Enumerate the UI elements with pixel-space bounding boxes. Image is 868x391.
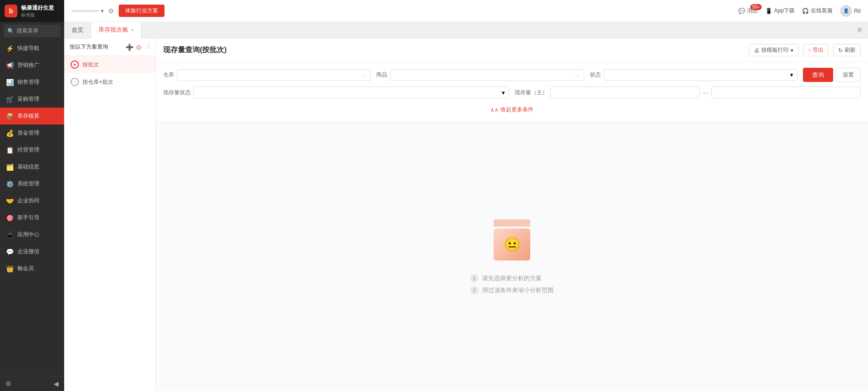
- finance-icon: 💰: [5, 130, 14, 137]
- empty-hint-1: 1 请先选择要分析的方案: [470, 274, 554, 282]
- warehouse-more-icon[interactable]: ...: [363, 72, 367, 78]
- template-print-button[interactable]: 🖨 按模板打印 ▾: [749, 44, 798, 56]
- query-button[interactable]: 查询: [803, 68, 833, 82]
- sidebar-nav: ⚡ 快捷导航 📢 营销推广 📊 销售管理 🛒 采购管理 📦 库存核算 💰 资金管…: [0, 40, 64, 376]
- collapse-label: 收起更多条件: [500, 106, 533, 114]
- user-menu[interactable]: 👤 Rit: [840, 5, 861, 17]
- refresh-icon: ↻: [838, 47, 843, 54]
- sidebar-item-member[interactable]: 👑 畅会员: [0, 260, 64, 277]
- box-lid: [494, 219, 530, 227]
- collapse-sidebar-icon[interactable]: ◀: [54, 380, 59, 387]
- export-icon: ↑: [808, 47, 811, 54]
- content-header: 现存量查询(按批次) 🖨 按模板打印 ▾ ↑ 导出 ↻ 刷新: [156, 38, 868, 62]
- template-dropdown-icon[interactable]: ▾: [791, 47, 793, 54]
- app-download-button[interactable]: 📱 App下载: [765, 7, 795, 15]
- messages-button[interactable]: 💬 消息 99+: [738, 7, 758, 15]
- sidebar-item-operation[interactable]: 📋 经营管理: [0, 141, 64, 158]
- search-menu[interactable]: 🔍 搜索菜单: [4, 25, 60, 37]
- inventory-icon: 📦: [5, 113, 14, 120]
- stock-qty-to-wrap[interactable]: [711, 87, 861, 98]
- empty-box-wrap: 😐: [489, 219, 535, 265]
- stock-status-select-wrap[interactable]: ▾: [193, 87, 509, 98]
- sidebar-item-label: 畅会员: [17, 265, 34, 272]
- sidebar-title: 畅康通好生意 标准版: [21, 4, 54, 18]
- sidebar: b 畅康通好生意 标准版 🔍 搜索菜单 ⚡ 快捷导航 📢 营销推广 📊 销售管理…: [0, 0, 64, 391]
- product-input-wrap[interactable]: ...: [390, 69, 584, 81]
- system-icon: ⚙️: [5, 180, 14, 188]
- sidebar-item-finance[interactable]: 💰 资金管理: [0, 125, 64, 141]
- sidebar-item-label: 采购管理: [17, 95, 39, 103]
- refresh-label: 刷新: [845, 46, 856, 54]
- online-service-button[interactable]: 🎧 在线客服: [802, 7, 833, 15]
- topbar: ▾ ⚙ 体验行业方案 💬 消息 99+ 📱 App下载 🎧 在线客服 👤: [64, 0, 868, 22]
- settings-footer-icon[interactable]: ⚙: [5, 380, 11, 387]
- sidebar-item-label: 销售管理: [17, 78, 39, 86]
- stock-qty-from-wrap[interactable]: [550, 87, 700, 98]
- tab-home[interactable]: 首页: [64, 22, 91, 38]
- message-icon: 💬: [738, 8, 745, 14]
- topbar-right: 💬 消息 99+ 📱 App下载 🎧 在线客服 👤 Rit: [738, 5, 861, 17]
- product-label: 商品: [376, 71, 387, 79]
- hint-text-1: 请先选择要分析的方案: [482, 274, 542, 282]
- operation-icon: 📋: [5, 147, 14, 154]
- product-input[interactable]: [394, 70, 576, 81]
- filter-settings-icon[interactable]: ⊙: [136, 43, 142, 51]
- sidebar-item-enterprise[interactable]: 🤝 企业协同: [0, 192, 64, 209]
- filter-collapse-icon[interactable]: 《: [144, 43, 150, 51]
- sidebar-item-inventory[interactable]: 📦 库存核算: [0, 108, 64, 125]
- empty-illustration: 😐: [489, 219, 535, 265]
- status-select-wrap[interactable]: ▾: [604, 69, 797, 81]
- trial-btn[interactable]: 体验行业方案: [119, 5, 165, 17]
- purchase-icon: 🛒: [5, 96, 14, 103]
- settings-button[interactable]: 设置: [836, 68, 861, 82]
- filter-item-batch[interactable]: ● 按批次: [64, 56, 155, 73]
- warehouse-input[interactable]: [181, 70, 363, 81]
- query-actions: 查询 设置: [803, 68, 861, 82]
- stock-qty-to[interactable]: [715, 87, 857, 98]
- sidebar-item-purchase[interactable]: 🛒 采购管理: [0, 91, 64, 108]
- tab-inventory-batch[interactable]: 库存批次账 ×: [91, 22, 142, 38]
- app-name: 畅康通好生意: [21, 4, 54, 12]
- add-filter-icon[interactable]: ➕: [126, 43, 133, 51]
- stock-status-dropdown-icon: ▾: [502, 89, 505, 96]
- apps-icon: 📱: [5, 231, 14, 239]
- tab-close-icon[interactable]: ×: [131, 27, 134, 33]
- sidebar-item-label: 新手引导: [17, 214, 39, 222]
- filter-item-warehouse-batch[interactable]: ○ 按仓库+批次: [64, 73, 155, 91]
- sidebar-item-basic[interactable]: 🗂️ 基础信息: [0, 158, 64, 175]
- status-field: 状态 ▾: [590, 69, 797, 81]
- collapse-more-conditions[interactable]: ∧∧ 收起更多条件: [163, 103, 861, 116]
- sidebar-item-sales[interactable]: 📊 销售管理: [0, 74, 64, 91]
- tab-home-label: 首页: [71, 26, 83, 34]
- sales-icon: 📊: [5, 79, 14, 86]
- warehouse-input-wrap[interactable]: ...: [177, 69, 371, 81]
- topbar-left: ▾ ⚙ 体验行业方案: [71, 5, 165, 17]
- filter-item-label-warehouse: 按仓库+批次: [82, 78, 113, 86]
- refresh-button[interactable]: ↻ 刷新: [833, 44, 861, 56]
- sidebar-item-label: 应用中心: [17, 231, 39, 239]
- sidebar-item-apps[interactable]: 📱 应用中心: [0, 226, 64, 243]
- sidebar-item-marketing[interactable]: 📢 营销推广: [0, 57, 64, 74]
- main-wrap: ▾ ⚙ 体验行业方案 💬 消息 99+ 📱 App下载 🎧 在线客服 👤: [64, 0, 868, 391]
- sidebar-item-guide[interactable]: 🎯 新手引导: [0, 209, 64, 226]
- app-version: 标准版: [21, 12, 54, 18]
- avatar-initial: 👤: [843, 8, 849, 13]
- sidebar-item-label: 系统管理: [17, 180, 39, 188]
- panel-close-button[interactable]: ✕: [851, 26, 868, 34]
- warehouse-field: 仓库 ...: [163, 69, 371, 81]
- sidebar-item-wechat[interactable]: 💬 企业微信: [0, 243, 64, 260]
- settings-gear-icon[interactable]: ⚙: [108, 7, 114, 15]
- warehouse-label: 仓库: [163, 71, 174, 79]
- stock-qty-from[interactable]: [555, 87, 696, 98]
- sidebar-item-system[interactable]: ⚙️ 系统管理: [0, 175, 64, 192]
- filter-row-2: 现存量状态 ▾ 现存量（主） —: [163, 87, 861, 98]
- workspace-dropdown[interactable]: ▾: [71, 8, 104, 14]
- product-field: 商品 ...: [376, 69, 584, 81]
- sidebar-footer: ⚙ ◀: [0, 376, 64, 391]
- guide-icon: 🎯: [5, 214, 14, 222]
- sidebar-item-shortcut[interactable]: ⚡ 快捷导航: [0, 40, 64, 57]
- export-button[interactable]: ↑ 导出: [803, 44, 829, 56]
- product-more-icon[interactable]: ...: [576, 72, 580, 78]
- search-icon: 🔍: [7, 28, 14, 34]
- sidebar-item-label: 库存核算: [17, 112, 39, 120]
